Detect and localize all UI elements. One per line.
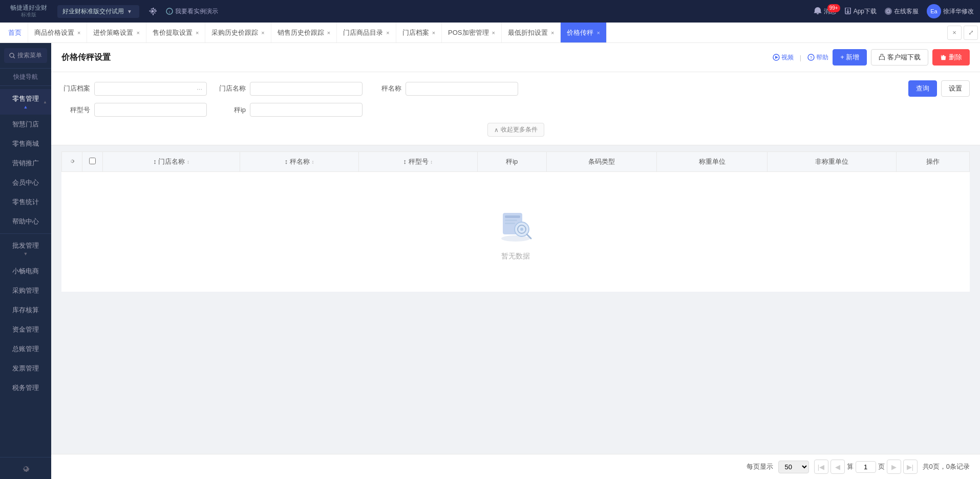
close-icon[interactable]: × [432, 30, 435, 36]
svg-rect-12 [505, 220, 517, 221]
app-download-item[interactable]: App下载 [844, 7, 877, 16]
sidebar-item-help[interactable]: 帮助中心 [0, 212, 51, 231]
close-icon[interactable]: × [77, 30, 80, 36]
store-file-input[interactable] [95, 82, 193, 95]
th-scale-name[interactable]: ↕ 秤名称 [240, 152, 359, 172]
filter-buttons: 查询 设置 [908, 80, 970, 97]
close-icon[interactable]: × [386, 30, 389, 36]
total-info: 共0页，0条记录 [923, 462, 970, 471]
close-icon[interactable]: × [596, 30, 600, 36]
th-operation: 操作 [897, 152, 970, 172]
message-badge: 99+ [827, 4, 840, 12]
sidebar-section: 零售管理 ▲ 智慧门店 零售商城 营销推广 会员中心 零售统计 帮助中心 [0, 86, 51, 401]
first-page-btn[interactable]: |◀ [814, 460, 828, 474]
sidebar-item-purchase[interactable]: 采购管理 [0, 281, 51, 300]
tab-bar: 首页 商品价格设置 × 进价策略设置 × 售价提取设置 × 采购历史价跟踪 × … [0, 23, 980, 43]
download-btn[interactable]: 凸 客户端下载 [871, 49, 928, 66]
th-weight-unit: 称重单位 [657, 152, 768, 172]
scale-name-input[interactable] [406, 82, 518, 96]
sidebar-item-wholesale[interactable]: 批发管理 ▼ [0, 236, 51, 262]
version-label: 好业财标准版交付试用 [62, 7, 124, 16]
store-name-input[interactable] [250, 82, 363, 96]
online-service-item[interactable]: 在线客服 [885, 7, 919, 16]
close-icon[interactable]: × [261, 30, 264, 36]
sidebar-gear-btn[interactable] [0, 457, 51, 479]
sidebar-item-smart-store[interactable]: 智慧门店 [0, 115, 51, 134]
page-actions: 视频 | ? 帮助 + 新增 凸 客户端下载 删除 [773, 49, 970, 66]
tab-min-discount[interactable]: 最低折扣设置 × [502, 23, 561, 43]
sidebar-item-ledger[interactable]: 总账管理 [0, 339, 51, 359]
sidebar-quick-nav[interactable]: 快捷导航 [0, 69, 51, 86]
sidebar-item-finance[interactable]: 资金管理 [0, 320, 51, 339]
svg-point-9 [501, 235, 530, 242]
video-link[interactable]: 视频 [773, 53, 794, 62]
filter-row-2: 秤型号 秤ip [61, 103, 970, 117]
collapse-btn[interactable]: ∧ 收起更多条件 [487, 123, 544, 137]
table-body: 暂无数据 [62, 172, 970, 292]
scale-model-input[interactable] [94, 103, 207, 117]
logo-area: 畅捷通好业财 标准版 [6, 4, 51, 18]
logo-title: 畅捷通好业财 [10, 4, 47, 11]
close-icon[interactable]: × [551, 30, 554, 36]
select-all-checkbox[interactable] [89, 158, 96, 164]
delete-btn[interactable]: 删除 [932, 49, 970, 66]
next-page-btn[interactable]: ▶ [887, 460, 901, 474]
tab-purchase-history[interactable]: 采购历史价跟踪 × [205, 23, 271, 43]
sidebar-item-retail-mall[interactable]: 零售商城 [0, 134, 51, 154]
sidebar-search-btn[interactable]: 搜索菜单 [4, 48, 47, 63]
filter-scale-model: 秤型号 [61, 103, 207, 117]
tab-sale-price[interactable]: 售价提取设置 × [146, 23, 205, 43]
sidebar-item-ecommerce[interactable]: 小畅电商 [0, 262, 51, 281]
query-btn[interactable]: 查询 [908, 80, 937, 97]
close-icon[interactable]: × [136, 30, 139, 36]
last-page-btn[interactable]: ▶| [903, 460, 918, 474]
page-num-input[interactable] [856, 461, 876, 473]
pagination-bar: 每页显示 50 10 20 100 |◀ ◀ 算 页 ▶ ▶| 共0页，0条记录 [51, 454, 980, 479]
avatar: Ea [927, 4, 941, 18]
close-tab-btn[interactable]: × [947, 26, 962, 40]
version-selector[interactable]: 好业财标准版交付试用 ▼ [57, 5, 139, 18]
add-btn[interactable]: + 新增 [833, 49, 867, 66]
th-settings[interactable] [62, 152, 82, 172]
th-store-name[interactable]: ↕ 门店名称 [103, 152, 240, 172]
store-file-dots-btn[interactable]: ··· [193, 82, 206, 95]
tab-home[interactable]: 首页 [2, 23, 28, 43]
page-nav: |◀ ◀ 算 页 ▶ ▶| [814, 460, 918, 474]
message-item[interactable]: 消息 99+ [814, 7, 836, 16]
setup-btn[interactable]: 设置 [941, 80, 970, 97]
sidebar-divider [0, 233, 51, 234]
prev-page-btn[interactable]: ◀ [830, 460, 845, 474]
filter-store-name: 门店名称 [217, 82, 363, 96]
sidebar-item-member[interactable]: 会员中心 [0, 173, 51, 192]
settings-icon-btn[interactable] [145, 4, 160, 18]
close-icon[interactable]: × [196, 30, 199, 36]
user-item[interactable]: Ea 徐泽华修改 [927, 4, 974, 18]
page-size-select[interactable]: 50 10 20 100 [778, 461, 809, 473]
help-link[interactable]: ? 帮助 [807, 53, 828, 62]
tab-pos-management[interactable]: POS加密管理 × [442, 23, 502, 43]
tab-price-settings[interactable]: 商品价格设置 × [28, 23, 87, 43]
scale-ip-input[interactable] [250, 103, 363, 117]
sidebar-search: 搜索菜单 [0, 43, 51, 69]
table-header: ↕ 门店名称 ↕ 秤名称 ↕ 秤型号 秤ip 条码类型 [62, 152, 970, 172]
tab-store-file[interactable]: 门店档案 × [396, 23, 442, 43]
th-scale-model[interactable]: ↕ 秤型号 [359, 152, 478, 172]
sidebar-item-invoice[interactable]: 发票管理 [0, 359, 51, 378]
sidebar-item-inventory[interactable]: 库存核算 [0, 300, 51, 320]
sidebar-item-tax[interactable]: 税务管理 [0, 378, 51, 398]
close-icon[interactable]: × [492, 30, 495, 36]
sidebar-item-retail-stats[interactable]: 零售统计 [0, 192, 51, 212]
store-file-label: 门店档案 [61, 84, 90, 93]
demo-btn[interactable]: i 我要看实例演示 [166, 7, 218, 16]
th-checkbox[interactable] [82, 152, 103, 172]
top-bar: 畅捷通好业财 标准版 好业财标准版交付试用 ▼ i 我要看实例演示 消息 99+… [0, 0, 980, 23]
tab-right-actions: × ⤢ [947, 26, 978, 40]
tab-purchase-strategy[interactable]: 进价策略设置 × [87, 23, 146, 43]
tab-sale-history[interactable]: 销售历史价跟踪 × [271, 23, 337, 43]
maximize-tab-btn[interactable]: ⤢ [964, 26, 978, 40]
tab-store-catalog[interactable]: 门店商品目录 × [337, 23, 396, 43]
sidebar-item-retail[interactable]: 零售管理 ▲ [0, 89, 51, 115]
close-icon[interactable]: × [327, 30, 330, 36]
tab-price-scale[interactable]: 价格传秤 × [561, 23, 606, 43]
sidebar-item-marketing[interactable]: 营销推广 [0, 154, 51, 173]
